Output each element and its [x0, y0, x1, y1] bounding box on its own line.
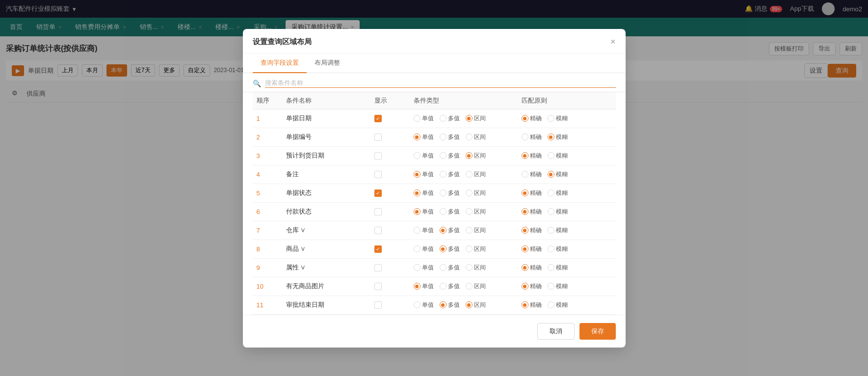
- cond-type-radio-range[interactable]: 区间: [466, 226, 486, 235]
- cond-type-radio-multi[interactable]: 多值: [440, 226, 460, 235]
- cond-type-radio-multi[interactable]: 多值: [440, 282, 460, 291]
- dialog-tab-query-fields[interactable]: 查询字段设置: [253, 54, 307, 73]
- display-checkbox[interactable]: [374, 152, 382, 160]
- cond-type-radio-range[interactable]: 区间: [466, 152, 486, 160]
- cond-type-radio-multi[interactable]: 多值: [440, 152, 460, 160]
- match-rule-radio-exact[interactable]: 精确: [522, 189, 542, 197]
- cancel-button[interactable]: 取消: [537, 323, 575, 340]
- cond-type-radio-single[interactable]: 单值: [414, 226, 434, 235]
- display-checkbox[interactable]: [374, 171, 382, 178]
- row-match-rule: 精确模糊: [518, 131, 616, 143]
- display-checkbox[interactable]: [374, 208, 382, 215]
- radio-label: 区间: [474, 152, 486, 160]
- display-checkbox[interactable]: [374, 301, 382, 309]
- search-input[interactable]: [265, 79, 616, 88]
- radio-circle: [548, 134, 554, 140]
- cond-type-radio-single[interactable]: 单值: [414, 245, 434, 253]
- match-rule-radio-exact[interactable]: 精确: [522, 152, 542, 160]
- radio-circle: [440, 115, 447, 122]
- cond-type-radio-multi[interactable]: 多值: [440, 245, 460, 253]
- cond-type-radio-single[interactable]: 单值: [414, 264, 434, 272]
- row-display[interactable]: [370, 262, 410, 274]
- match-rule-radio-exact[interactable]: 精确: [522, 208, 542, 216]
- cond-type-radio-multi[interactable]: 多值: [440, 301, 460, 309]
- match-rule-radio-fuzzy[interactable]: 模糊: [548, 264, 568, 272]
- cond-type-radio-single[interactable]: 单值: [414, 189, 434, 197]
- cond-type-radio-single[interactable]: 单值: [414, 170, 434, 179]
- row-name: 单据日期: [282, 112, 370, 125]
- cond-type-radio-single[interactable]: 单值: [414, 301, 434, 309]
- cond-type-radio-multi[interactable]: 多值: [440, 264, 460, 272]
- cond-type-radio-single[interactable]: 单值: [414, 208, 434, 216]
- dialog-search-area: 🔍: [243, 73, 626, 92]
- display-checkbox[interactable]: [374, 227, 382, 234]
- display-checkbox[interactable]: [374, 134, 382, 141]
- match-rule-radio-exact[interactable]: 精确: [522, 301, 542, 309]
- cond-type-radio-single[interactable]: 单值: [414, 152, 434, 160]
- cond-type-radio-range[interactable]: 区间: [466, 170, 486, 179]
- save-button[interactable]: 保存: [579, 323, 616, 340]
- match-rule-radio-fuzzy[interactable]: 模糊: [548, 282, 568, 291]
- display-checkbox[interactable]: [374, 283, 382, 290]
- match-rule-radio-exact[interactable]: 精确: [522, 133, 542, 141]
- row-display[interactable]: [370, 150, 410, 162]
- match-rule-radio-fuzzy[interactable]: 模糊: [548, 170, 568, 179]
- display-checkbox[interactable]: [374, 245, 382, 253]
- cond-type-radio-range[interactable]: 区间: [466, 133, 486, 141]
- display-checkbox[interactable]: [374, 115, 382, 122]
- match-rule-radio-exact[interactable]: 精确: [522, 226, 542, 235]
- radio-label: 模糊: [556, 264, 568, 272]
- cond-type-radio-range[interactable]: 区间: [466, 114, 486, 123]
- table-row: 5单据状态单值多值区间精确模糊: [253, 184, 616, 203]
- radio-label: 多值: [448, 264, 460, 272]
- dialog-tab-layout[interactable]: 布局调整: [307, 54, 348, 73]
- display-checkbox[interactable]: [374, 264, 382, 271]
- row-num: 3: [253, 150, 282, 162]
- row-display[interactable]: [370, 243, 410, 255]
- match-rule-radio-fuzzy[interactable]: 模糊: [548, 152, 568, 160]
- row-display[interactable]: [370, 299, 410, 311]
- cond-type-radio-range[interactable]: 区间: [466, 301, 486, 309]
- cond-type-radio-range[interactable]: 区间: [466, 264, 486, 272]
- cond-type-radio-range[interactable]: 区间: [466, 245, 486, 253]
- cond-type-radio-single[interactable]: 单值: [414, 114, 434, 123]
- row-display[interactable]: [370, 206, 410, 218]
- cond-type-radio-multi[interactable]: 多值: [440, 189, 460, 197]
- cond-type-radio-range[interactable]: 区间: [466, 282, 486, 291]
- match-rule-radio-exact[interactable]: 精确: [522, 245, 542, 253]
- match-rule-radio-exact[interactable]: 精确: [522, 282, 542, 291]
- match-rule-radio-fuzzy[interactable]: 模糊: [548, 189, 568, 197]
- cond-type-radio-single[interactable]: 单值: [414, 133, 434, 141]
- display-checkbox[interactable]: [374, 189, 382, 197]
- cond-type-radio-multi[interactable]: 多值: [440, 170, 460, 179]
- row-display[interactable]: [370, 168, 410, 181]
- match-rule-radio-exact[interactable]: 精确: [522, 170, 542, 179]
- radio-label: 模糊: [556, 189, 568, 197]
- cond-type-radio-single[interactable]: 单值: [414, 282, 434, 291]
- row-display[interactable]: [370, 131, 410, 143]
- row-display[interactable]: [370, 112, 410, 125]
- row-display[interactable]: [370, 280, 410, 293]
- match-rule-radio-fuzzy[interactable]: 模糊: [548, 245, 568, 253]
- match-rule-radio-exact[interactable]: 精确: [522, 264, 542, 272]
- match-rule-radio-fuzzy[interactable]: 模糊: [548, 226, 568, 235]
- match-rule-radio-fuzzy[interactable]: 模糊: [548, 133, 568, 141]
- radio-circle: [466, 189, 473, 196]
- match-rule-radio-fuzzy[interactable]: 模糊: [548, 208, 568, 216]
- cond-type-radio-multi[interactable]: 多值: [440, 208, 460, 216]
- match-rule-radio-fuzzy[interactable]: 模糊: [548, 301, 568, 309]
- cond-type-radio-multi[interactable]: 多值: [440, 133, 460, 141]
- cond-type-radio-range[interactable]: 区间: [466, 208, 486, 216]
- match-rule-radio-exact[interactable]: 精确: [522, 114, 542, 123]
- row-cond-type: 单值多值区间: [410, 131, 518, 143]
- cond-type-radio-multi[interactable]: 多值: [440, 114, 460, 123]
- radio-circle: [414, 264, 421, 271]
- row-display[interactable]: [370, 224, 410, 237]
- match-rule-radio-fuzzy[interactable]: 模糊: [548, 114, 568, 123]
- cond-type-radio-range[interactable]: 区间: [466, 189, 486, 197]
- radio-label: 区间: [474, 114, 486, 123]
- row-display[interactable]: [370, 187, 410, 199]
- dialog-close-button[interactable]: ×: [610, 37, 616, 53]
- radio-circle: [522, 152, 528, 159]
- row-num: 7: [253, 224, 282, 237]
